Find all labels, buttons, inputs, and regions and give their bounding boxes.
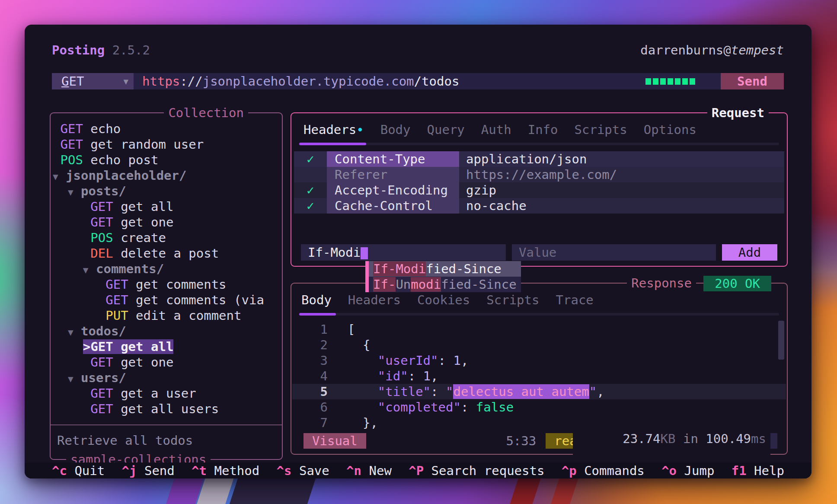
keybinding-commands[interactable]: ^p Commands xyxy=(562,463,645,478)
collection-item[interactable]: PUT edit a comment xyxy=(53,308,281,323)
add-header-button[interactable]: Add xyxy=(722,244,777,261)
collection-item[interactable]: GET get all users xyxy=(53,401,281,417)
code-line: 6 "completed": false xyxy=(292,399,786,415)
header-name-cell[interactable]: Content-Type xyxy=(327,151,459,167)
response-time: 100.49 xyxy=(706,431,751,446)
send-button[interactable]: Send xyxy=(721,73,784,89)
dropdown-accent-bar xyxy=(365,261,369,292)
header-value-input[interactable]: Value xyxy=(512,244,716,261)
header-row[interactable]: ✓Content-Typeapplication/json xyxy=(294,151,784,167)
app-version: 2.5.2 xyxy=(112,43,150,57)
request-tab-headers[interactable]: Headers• xyxy=(303,121,364,138)
header-row[interactable]: ✓Cache-Controlno-cache xyxy=(294,198,784,214)
expanded-arrow-icon[interactable]: ▼ xyxy=(68,327,73,338)
method-label: GET xyxy=(61,74,84,89)
code-line: 3 "userId": 1, xyxy=(292,353,786,368)
collection-item[interactable]: GET echo xyxy=(53,121,281,137)
code-line: 1[ xyxy=(292,322,786,337)
expanded-arrow-icon[interactable]: ▼ xyxy=(68,187,73,198)
response-tab-headers[interactable]: Headers xyxy=(348,291,401,309)
collection-folder[interactable]: ▼ users/ xyxy=(53,370,281,386)
header-value-cell[interactable]: application/json xyxy=(459,151,784,167)
collection-folder[interactable]: ▼ posts/ xyxy=(53,183,281,199)
response-tab-body[interactable]: Body xyxy=(301,291,332,309)
size-unit: KB xyxy=(661,431,676,446)
expanded-arrow-icon[interactable]: ▼ xyxy=(83,265,89,275)
collection-folder[interactable]: ▼ comments/ xyxy=(53,261,281,277)
keybinding-method[interactable]: ^t Method xyxy=(192,463,259,478)
time-unit: ms xyxy=(751,431,766,446)
username: darrenburns@ xyxy=(640,43,731,57)
keybinding-quit[interactable]: ^c Quit xyxy=(52,463,105,478)
header-value-cell[interactable]: https://example.com/ xyxy=(459,167,784,182)
header-value-cell[interactable]: gzip xyxy=(459,182,784,198)
collection-folder[interactable]: ▼ jsonplaceholder/ xyxy=(53,168,281,183)
keybinding-search-requests[interactable]: ^P Search requests xyxy=(409,463,544,478)
line-number: 4 xyxy=(292,368,333,384)
header-enabled-checkbox[interactable] xyxy=(294,167,327,182)
header-name-cell[interactable]: Accept-Encoding xyxy=(327,182,459,198)
progress-block xyxy=(645,78,651,85)
response-tab-cookies[interactable]: Cookies xyxy=(417,291,470,309)
scrollbar-thumb[interactable] xyxy=(778,321,784,360)
expanded-arrow-icon[interactable]: ▼ xyxy=(68,374,73,384)
header-name-cell[interactable]: Cache-Control xyxy=(327,198,459,214)
request-tab-body[interactable]: Body xyxy=(380,121,411,138)
code-text: }, xyxy=(348,415,378,431)
header-row[interactable]: Refererhttps://example.com/ xyxy=(294,167,784,182)
response-body-viewer[interactable]: 1[2 {3 "userId": 1,4 "id": 1,5 "title": … xyxy=(292,322,786,431)
method-selector[interactable]: GET ▼ xyxy=(52,73,134,89)
collection-folder[interactable]: ▼ todos/ xyxy=(53,323,281,339)
response-tab-trace[interactable]: Trace xyxy=(556,291,594,309)
request-tab-options[interactable]: Options xyxy=(644,121,696,138)
response-tab-scripts[interactable]: Scripts xyxy=(486,291,539,309)
header-enabled-checkbox[interactable]: ✓ xyxy=(294,198,327,214)
expanded-arrow-icon[interactable]: ▼ xyxy=(53,172,58,182)
request-tab-info[interactable]: Info xyxy=(528,121,558,138)
collection-item[interactable]: DEL delete a post xyxy=(53,246,281,261)
keybinding-help[interactable]: f1 Help xyxy=(732,463,784,478)
keybinding-save[interactable]: ^s Save xyxy=(277,463,329,478)
line-number: 1 xyxy=(292,322,333,337)
collection-item[interactable]: POS echo post xyxy=(53,152,281,168)
header-name-cell[interactable]: Referer xyxy=(327,167,459,182)
collection-item[interactable]: GET get comments (via xyxy=(53,292,281,308)
active-tab-indicator xyxy=(299,143,366,145)
request-tab-query[interactable]: Query xyxy=(427,121,465,138)
collection-item[interactable]: GET get one xyxy=(53,354,281,370)
request-tab-scripts[interactable]: Scripts xyxy=(575,121,627,138)
request-panel-title: Request xyxy=(707,105,769,121)
response-panel: Response 200 OK BodyHeadersCookiesScript… xyxy=(291,283,788,455)
divider xyxy=(51,424,282,425)
request-panel: Request Headers•BodyQueryAuthInfoScripts… xyxy=(291,112,788,267)
collection-item[interactable]: POS create xyxy=(53,230,281,246)
unsaved-dot-icon: • xyxy=(356,122,364,137)
autocomplete-option[interactable]: If-Unmodified-Since xyxy=(369,277,521,292)
code-text: "title": "delectus aut autem", xyxy=(348,384,604,399)
line-number: 7 xyxy=(292,415,333,431)
url-scheme: https xyxy=(142,74,180,89)
collection-item[interactable]: GET get a user xyxy=(53,386,281,401)
progress-block xyxy=(653,78,658,85)
request-tab-auth[interactable]: Auth xyxy=(481,121,511,138)
tab-underline-track xyxy=(299,313,779,316)
header-enabled-checkbox[interactable]: ✓ xyxy=(294,182,327,198)
collection-item[interactable]: >GET get all xyxy=(53,339,281,354)
header-name-input[interactable]: If-Modi xyxy=(301,244,506,261)
collection-item[interactable]: GET get all xyxy=(53,199,281,214)
user-host: darrenburns@tempest xyxy=(640,42,784,58)
header-enabled-checkbox[interactable]: ✓ xyxy=(294,151,327,167)
collection-item[interactable]: GET get comments xyxy=(53,277,281,292)
collection-item[interactable]: GET get one xyxy=(53,214,281,230)
keybinding-new[interactable]: ^n New xyxy=(346,463,392,478)
line-number: 5 xyxy=(292,384,333,399)
collection-item[interactable]: GET get random user xyxy=(53,137,281,152)
header-row[interactable]: ✓Accept-Encodinggzip xyxy=(294,182,784,198)
size-infix: in xyxy=(675,431,706,446)
keybinding-jump[interactable]: ^o Jump xyxy=(661,463,714,478)
chevron-down-icon: ▼ xyxy=(124,73,128,89)
keybinding-send[interactable]: ^j Send xyxy=(122,463,175,478)
url-input[interactable]: https://jsonplaceholder.typicode.com/tod… xyxy=(134,73,721,89)
autocomplete-option[interactable]: If-Modified-Since xyxy=(369,261,521,277)
header-value-cell[interactable]: no-cache xyxy=(459,198,784,214)
